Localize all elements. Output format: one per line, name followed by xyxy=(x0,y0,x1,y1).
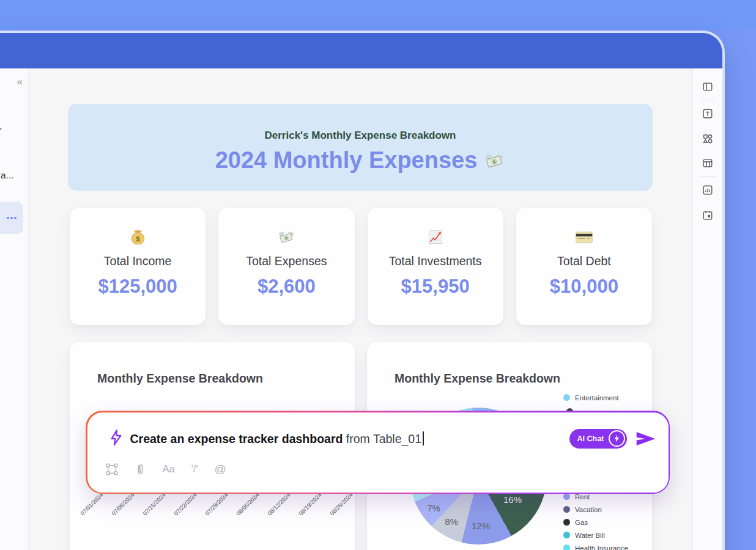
legend-dot xyxy=(563,532,570,538)
sidebar-collapse-button[interactable]: « xyxy=(17,76,23,88)
sidebar-truncated-item: - xyxy=(0,123,2,133)
ellipsis-icon xyxy=(7,217,17,219)
legend-dot xyxy=(563,506,570,513)
toolbar-divider xyxy=(699,100,716,100)
slash-command-icon[interactable]: '/' xyxy=(191,463,198,475)
ai-prompt-box[interactable]: Create an expense tracker dashboard from… xyxy=(87,413,669,493)
transform-icon[interactable] xyxy=(106,463,118,475)
stat-card-total-investments[interactable]: Total Investments $15,950 xyxy=(368,208,503,325)
stat-label: Total Investments xyxy=(368,254,503,268)
desktop: « - a... Derrick's Monthly Expense Break… xyxy=(0,0,756,550)
table-icon[interactable] xyxy=(702,158,713,169)
layout-panel-icon[interactable] xyxy=(702,81,713,92)
hero-banner-widget[interactable]: Derrick's Monthly Expense Breakdown 2024… xyxy=(68,104,653,191)
stat-value: $125,000 xyxy=(70,276,206,298)
left-sidebar: « - a... xyxy=(0,68,29,550)
font-icon[interactable]: Aa xyxy=(163,463,175,475)
sidebar-item-label[interactable]: a... xyxy=(1,170,14,181)
prompt-text-bold: Create an expense tracker dashboard xyxy=(130,432,343,446)
stat-card-total-income[interactable]: $ Total Income $125,000 xyxy=(70,208,206,325)
legend-label: Rent xyxy=(575,493,590,501)
desktop-top-strip xyxy=(0,0,756,29)
ai-chat-badge-label: AI Chat xyxy=(577,435,604,443)
shapes-icon[interactable] xyxy=(702,133,713,144)
prompt-input[interactable]: Create an expense tracker dashboard from… xyxy=(130,431,424,446)
stat-card-total-expenses[interactable]: $ Total Expenses $2,600 xyxy=(218,208,354,325)
prompt-toolbar: Aa '/' @ xyxy=(106,463,226,476)
stat-label: Total Income xyxy=(70,254,206,268)
bar-chart-icon[interactable] xyxy=(702,185,713,196)
attachment-icon[interactable] xyxy=(135,463,146,475)
bolt-circle-icon xyxy=(609,430,625,447)
lightning-bolt-icon xyxy=(109,429,123,446)
stat-label: Total Expenses xyxy=(218,254,354,268)
legend-dot xyxy=(563,544,570,550)
money-with-wings-icon: $ xyxy=(483,152,505,170)
chart-title: Monthly Expense Breakdown xyxy=(97,372,263,386)
stat-value: $2,600 xyxy=(218,276,354,298)
text-cursor xyxy=(423,431,424,446)
legend-item: Health Insurance xyxy=(563,541,628,550)
legend-dot xyxy=(563,519,570,526)
svg-text:$: $ xyxy=(136,235,140,243)
stat-cards-row: $ Total Income $125,000 xyxy=(70,208,652,325)
legend-label: Health Insurance xyxy=(575,544,628,550)
legend-item: Gas xyxy=(563,516,628,529)
ai-prompt-overlay: Create an expense tracker dashboard from… xyxy=(86,411,670,494)
ai-chat-badge[interactable]: AI Chat xyxy=(569,429,628,449)
prompt-text: from Table_01 xyxy=(343,432,421,446)
hero-title: 2024 Monthly Expenses $ xyxy=(68,147,653,174)
sidebar-item-active[interactable] xyxy=(0,202,23,234)
stat-card-total-debt[interactable]: Total Debt $10,000 xyxy=(516,208,652,325)
credit-card-icon xyxy=(516,228,652,246)
legend-dot xyxy=(563,493,570,500)
stat-label: Total Debt xyxy=(516,254,652,268)
toolbar-divider xyxy=(699,176,716,177)
stat-value: $15,950 xyxy=(368,276,503,298)
legend-label: Gas xyxy=(575,519,588,526)
legend-label: Water Bill xyxy=(575,532,605,539)
mention-icon[interactable]: @ xyxy=(215,463,226,476)
money-bag-icon: $ xyxy=(70,228,206,246)
text-block-icon[interactable] xyxy=(702,108,713,119)
right-toolbar xyxy=(692,68,722,550)
hero-title-text: 2024 Monthly Expenses xyxy=(215,147,478,174)
calendar-icon[interactable] xyxy=(702,210,713,221)
send-button[interactable] xyxy=(636,430,656,447)
legend-label: Vacation xyxy=(575,506,602,513)
legend-item: Water Bill xyxy=(563,529,628,541)
chart-increasing-icon xyxy=(368,228,503,246)
legend-item: Entertainment xyxy=(563,391,628,404)
money-with-wings-icon: $ xyxy=(218,228,354,246)
stat-value: $10,000 xyxy=(516,276,652,298)
legend-label: Entertainment xyxy=(575,394,619,402)
legend-dot xyxy=(563,394,570,401)
hero-subtitle: Derrick's Monthly Expense Breakdown xyxy=(68,130,653,142)
chart-title: Monthly Expense Breakdown xyxy=(395,372,560,386)
legend-item: Vacation xyxy=(563,503,628,516)
app-titlebar xyxy=(0,33,722,68)
